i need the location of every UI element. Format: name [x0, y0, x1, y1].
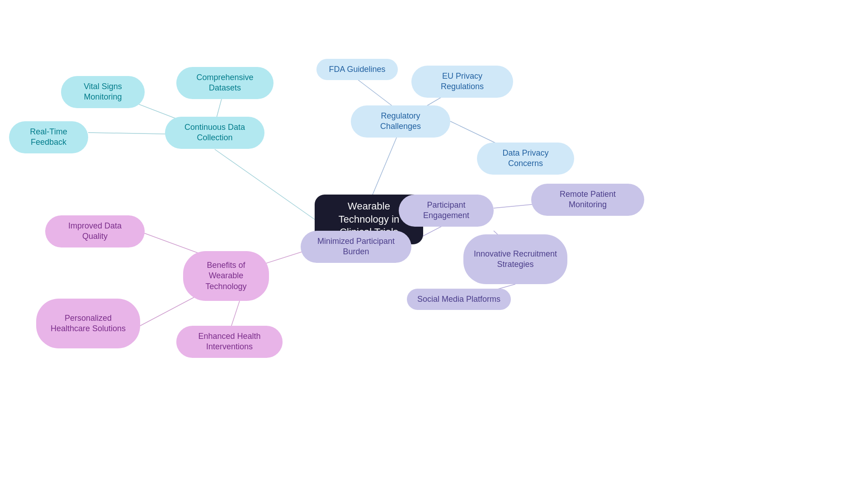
- enhanced-node: Enhanced Health Interventions: [176, 326, 283, 358]
- minimized-label: Minimized Participant Burden: [311, 236, 401, 257]
- eu-label: EU Privacy Regulations: [421, 71, 503, 92]
- privacy-label: Data Privacy Concerns: [487, 148, 564, 169]
- innovative-node: Innovative Recruitment Strategies: [463, 234, 567, 284]
- realtime-node: Real-Time Feedback: [9, 121, 88, 153]
- benefits-node: Benefits of Wearable Technology: [183, 251, 269, 301]
- participant-label: Participant Engagement: [409, 200, 484, 221]
- continuous-label: Continuous Data Collection: [175, 122, 255, 143]
- comprehensive-node: Comprehensive Datasets: [176, 67, 274, 99]
- regulatory-node: Regulatory Challenges: [351, 105, 450, 138]
- enhanced-label: Enhanced Health Interventions: [186, 331, 273, 352]
- svg-line-2: [371, 128, 401, 199]
- eu-node: EU Privacy Regulations: [411, 66, 513, 98]
- remote-node: Remote Patient Monitoring: [531, 184, 644, 216]
- social-label: Social Media Platforms: [417, 294, 500, 304]
- personalized-label: Personalized Healthcare Solutions: [46, 313, 130, 334]
- benefits-label: Benefits of Wearable Technology: [193, 260, 259, 292]
- remote-label: Remote Patient Monitoring: [541, 189, 634, 210]
- innovative-label: Innovative Recruitment Strategies: [473, 249, 557, 270]
- realtime-label: Real-Time Feedback: [19, 127, 78, 148]
- svg-line-0: [215, 149, 315, 219]
- vital-label: Vital Signs Monitoring: [71, 81, 135, 103]
- minimized-node: Minimized Participant Burden: [301, 231, 411, 263]
- social-node: Social Media Platforms: [407, 289, 511, 310]
- fda-label: FDA Guidelines: [329, 64, 385, 75]
- comprehensive-label: Comprehensive Datasets: [186, 72, 264, 94]
- vital-node: Vital Signs Monitoring: [61, 76, 145, 108]
- improved-node: Improved Data Quality: [45, 215, 145, 247]
- regulatory-label: Regulatory Challenges: [361, 111, 440, 132]
- continuous-node: Continuous Data Collection: [165, 117, 264, 149]
- personalized-node: Personalized Healthcare Solutions: [36, 299, 140, 348]
- participant-node: Participant Engagement: [399, 195, 494, 227]
- privacy-node: Data Privacy Concerns: [477, 143, 574, 175]
- fda-node: FDA Guidelines: [316, 59, 398, 80]
- improved-label: Improved Data Quality: [55, 221, 135, 242]
